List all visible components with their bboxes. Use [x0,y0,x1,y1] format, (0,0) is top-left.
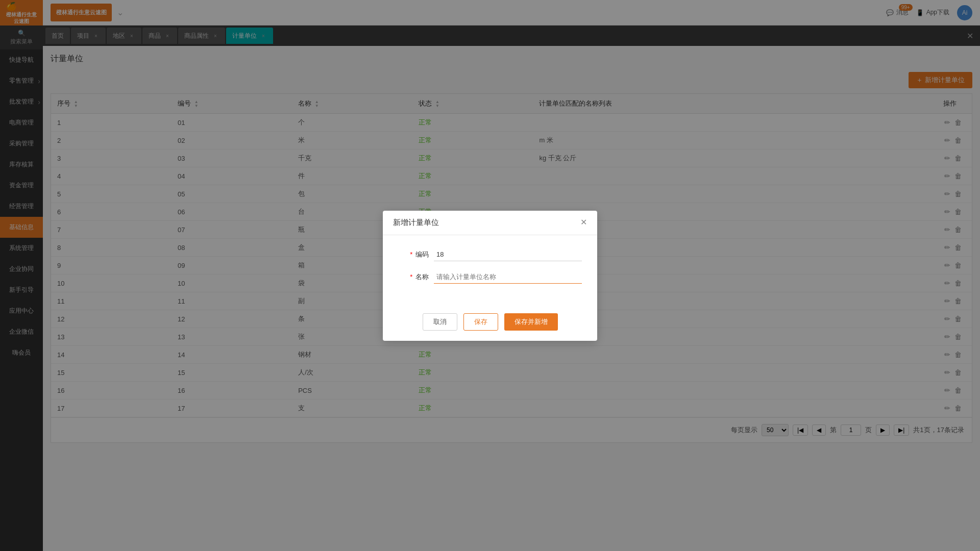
code-input[interactable] [434,248,582,261]
code-label-text: 编码 [415,251,429,258]
modal-header: 新增计量单位 ✕ [383,211,597,235]
modal-overlay: 新增计量单位 ✕ * 编码 * 名称 取消 保存 保存并新增 [0,0,980,551]
name-required-star: * [410,273,412,281]
form-row-code: * 编码 [398,248,582,261]
add-unit-modal: 新增计量单位 ✕ * 编码 * 名称 取消 保存 保存并新增 [383,211,597,341]
name-input[interactable] [434,270,582,284]
cancel-button[interactable]: 取消 [423,313,457,331]
code-required-star: * [410,251,412,258]
code-label: * 编码 [398,250,429,259]
form-row-name: * 名称 [398,270,582,284]
save-and-new-button[interactable]: 保存并新增 [504,313,558,331]
modal-close-button[interactable]: ✕ [580,218,587,227]
name-label: * 名称 [398,272,429,282]
save-button[interactable]: 保存 [463,313,498,331]
modal-body: * 编码 * 名称 [383,235,597,306]
modal-title: 新增计量单位 [393,218,439,228]
name-label-text: 名称 [415,273,429,281]
modal-footer: 取消 保存 保存并新增 [383,306,597,341]
